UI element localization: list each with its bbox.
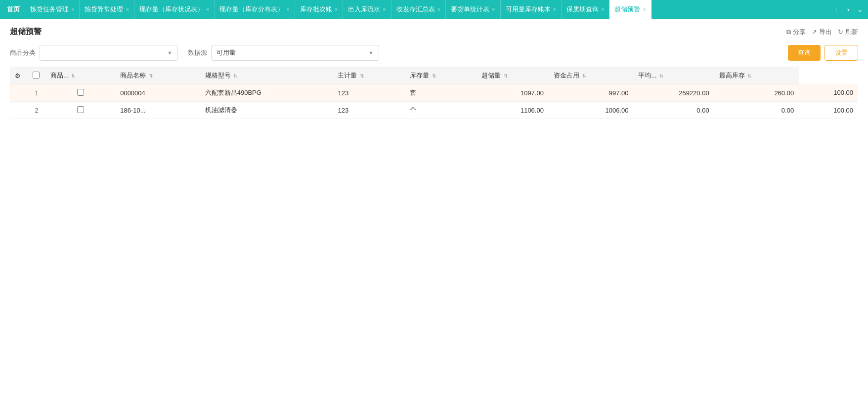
export-button[interactable]: ↗ 导出	[812, 28, 832, 37]
close-icon[interactable]: ×	[492, 6, 495, 12]
nav-item-batch-account[interactable]: 库存批次账 ×	[295, 0, 343, 19]
datasource-filter: 数据源 可用量 ▼	[188, 45, 379, 61]
close-icon[interactable]: ×	[553, 6, 556, 12]
close-icon[interactable]: ×	[335, 6, 338, 12]
th-product-code[interactable]: 商品... ⇅	[45, 67, 115, 84]
th-overstock-qty[interactable]: 超储量 ⇅	[477, 67, 548, 84]
nav-item-order-stats[interactable]: 要货单统计表 ×	[446, 0, 500, 19]
th-capital-used-label: 资金占用	[554, 72, 579, 79]
sort-icon: ⇅	[71, 73, 75, 79]
header-actions: ⧉ 分享 ↗ 导出 ↻ 刷新	[786, 28, 858, 37]
table-row: 10000004六配套新昌490BPG123套1097.00997.002592…	[10, 84, 858, 102]
th-product-name-label: 商品名称	[120, 72, 146, 79]
row-num-cell: 1	[28, 84, 45, 102]
row-avg: 0.00	[714, 102, 799, 119]
datasource-select[interactable]: 可用量 ▼	[211, 45, 379, 61]
th-product-name[interactable]: 商品名称 ⇅	[115, 67, 200, 84]
data-table: ⚙ 商品... ⇅ 商品名称 ⇅ 规格型号 ⇅ 主计量	[10, 67, 858, 119]
page-title: 超储预警	[10, 27, 42, 37]
sort-icon: ⇅	[360, 73, 364, 79]
nav-item-collect-send[interactable]: 收发存汇总表 ×	[391, 0, 446, 19]
row-capital-used: 0.00	[633, 102, 714, 119]
nav-item-stock-status[interactable]: 现存量（库存状况表） ×	[134, 0, 215, 19]
th-product-code-label: 商品...	[50, 72, 69, 79]
category-label: 商品分类	[10, 48, 36, 57]
nav-arrow-left[interactable]: ‹	[830, 0, 842, 19]
th-max-stock[interactable]: 最高库存 ⇅	[714, 67, 799, 84]
query-button[interactable]: 查询	[788, 45, 821, 61]
th-capital-used[interactable]: 资金占用 ⇅	[549, 67, 634, 84]
close-icon[interactable]: ×	[206, 6, 209, 12]
row-capital-used: 259220.00	[633, 84, 714, 102]
nav-item-abnormal[interactable]: 拣货异常处理 ×	[80, 0, 134, 19]
row-spec: 123	[333, 102, 404, 119]
page-content: 超储预警 ⧉ 分享 ↗ 导出 ↻ 刷新 商品分类 ▼ 数据源	[0, 19, 868, 395]
close-icon[interactable]: ×	[71, 6, 74, 12]
row-overstock-qty: 997.00	[549, 84, 634, 102]
th-unit[interactable]: 主计量 ⇅	[333, 67, 404, 84]
nav-item-task-mgmt[interactable]: 拣货任务管理 ×	[25, 0, 80, 19]
share-button[interactable]: ⧉ 分享	[786, 28, 806, 37]
close-icon[interactable]: ×	[286, 6, 289, 12]
nav-item-available-account[interactable]: 可用量库存账本 ×	[501, 0, 562, 19]
th-avg[interactable]: 平均... ⇅	[633, 67, 714, 84]
row-gear-cell	[10, 84, 28, 102]
close-icon[interactable]: ×	[437, 6, 440, 12]
nav-arrow-right[interactable]: ›	[842, 0, 854, 19]
row-stock-qty: 1097.00	[477, 84, 548, 102]
export-icon: ↗	[812, 28, 817, 36]
nav-arrows: ‹ › ⌄	[830, 0, 866, 19]
datasource-select-value: 可用量	[217, 48, 236, 57]
th-max-stock-label: 最高库存	[719, 72, 745, 79]
nav-item-home[interactable]: 首页	[2, 0, 25, 19]
th-overstock-qty-label: 超储量	[481, 72, 501, 79]
th-unit-label: 主计量	[338, 72, 357, 79]
row-unit: 个	[405, 102, 477, 119]
th-settings[interactable]: ⚙	[10, 67, 28, 84]
page-header: 超储预警 ⧉ 分享 ↗ 导出 ↻ 刷新	[10, 27, 858, 37]
sort-icon: ⇅	[504, 73, 508, 79]
row-overstock-qty: 1006.00	[549, 102, 634, 119]
nav-item-overstock-warning[interactable]: 超储预警 ×	[609, 0, 651, 19]
close-icon[interactable]: ×	[601, 6, 604, 12]
th-num	[28, 67, 45, 84]
row-checkbox[interactable]	[77, 89, 84, 96]
refresh-button[interactable]: ↻ 刷新	[838, 28, 858, 37]
select-all-checkbox[interactable]	[33, 72, 40, 79]
row-gear-cell	[10, 102, 28, 119]
close-icon[interactable]: ×	[126, 6, 129, 12]
refresh-icon: ↻	[838, 28, 843, 36]
th-stock-qty[interactable]: 库存量 ⇅	[405, 67, 477, 84]
row-max-stock: 100.00	[799, 84, 858, 102]
sort-icon: ⇅	[149, 73, 153, 79]
category-select[interactable]: ▼	[40, 45, 178, 61]
chevron-down-icon: ▼	[167, 50, 173, 56]
close-icon[interactable]: ×	[383, 6, 386, 12]
th-stock-qty-label: 库存量	[410, 72, 429, 79]
row-num-cell: 2	[28, 102, 45, 119]
sort-icon: ⇅	[582, 73, 586, 79]
nav-item-quality-check[interactable]: 保质期查询 ×	[562, 0, 609, 19]
th-spec[interactable]: 规格型号 ⇅	[200, 67, 333, 84]
row-spec: 123	[333, 84, 404, 102]
row-max-stock: 100.00	[799, 102, 858, 119]
row-select-cell	[45, 102, 115, 119]
close-icon[interactable]: ×	[643, 6, 646, 12]
gear-icon: ⚙	[15, 72, 21, 79]
nav-item-in-out-flow[interactable]: 出入库流水 ×	[343, 0, 391, 19]
row-product-code: 186-10...	[115, 102, 200, 119]
top-navigation: 首页 拣货任务管理 × 拣货异常处理 × 现存量（库存状况表） × 现存量（库存…	[0, 0, 868, 19]
set-button[interactable]: 设置	[825, 45, 858, 61]
row-product-code: 0000004	[115, 84, 200, 102]
row-checkbox[interactable]	[77, 106, 84, 113]
datasource-label: 数据源	[188, 48, 207, 57]
nav-item-stock-dist[interactable]: 现存量（库存分布表） ×	[215, 0, 295, 19]
row-avg: 260.00	[714, 84, 799, 102]
sort-icon: ⇅	[659, 73, 663, 79]
nav-arrow-menu[interactable]: ⌄	[854, 0, 866, 19]
share-icon: ⧉	[786, 28, 791, 36]
sort-icon: ⇅	[432, 73, 436, 79]
chevron-down-icon: ▼	[368, 50, 374, 56]
row-product-name: 机油滤清器	[200, 102, 333, 119]
filter-row: 商品分类 ▼ 数据源 可用量 ▼ 查询 设置	[10, 45, 858, 61]
